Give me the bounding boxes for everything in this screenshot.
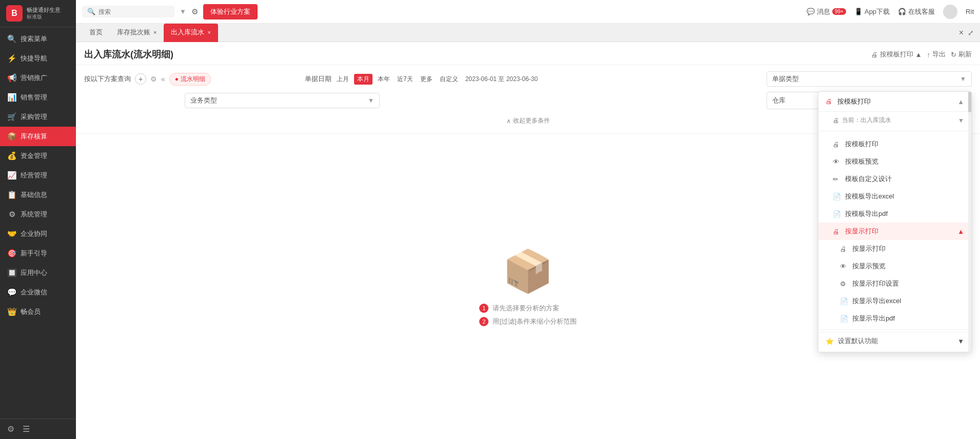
sidebar-item-quick-nav[interactable]: ⚡ 快捷导航 [0,49,76,68]
business-type-filter[interactable]: 业务类型 ▼ [185,93,380,108]
dropdown-item-display-print[interactable]: 🖨 按显示打印 [818,240,971,257]
user-avatar[interactable] [943,5,957,19]
dropdown-label-set-default: 设置默认功能 [838,336,878,346]
sidebar-item-finance[interactable]: 💰 资金管理 [0,146,76,166]
date-btn-本月[interactable]: 本月 [354,74,373,85]
dropdown-icon-template-design: ✏ [833,175,841,183]
date-btn-更多[interactable]: 更多 [418,74,435,85]
settings-icon[interactable]: ⚙ [7,424,14,434]
dropdown-icon-template-print: 🖨 [833,141,841,148]
sidebar-item-operations[interactable]: 📈 经营管理 [0,166,76,185]
sidebar-item-basic[interactable]: 📋 基础信息 [0,185,76,205]
sidebar-icon-finance: 💰 [7,151,16,161]
filter-section-left: 按以下方案查询 + ⚙ « ● 流水明细 [84,73,297,86]
filter-gear-icon[interactable]: ⚙ [150,75,157,83]
sidebar-item-cooperation[interactable]: 🤝 企业协同 [0,224,76,244]
sidebar-icon-purchase: 🛒 [7,112,16,122]
dropdown-item-display-print-settings[interactable]: ⚙ 按显示打印设置 [818,275,971,292]
sidebar-item-member[interactable]: 👑 畅会员 [0,302,76,322]
sidebar-label-apps: 应用中心 [21,268,47,277]
dropdown-divider-footer [818,329,971,330]
online-service-button[interactable]: 🎧 在线客服 [898,7,935,16]
date-btn-上月[interactable]: 上月 [335,74,351,85]
page-header: 出入库流水(流水明细) 🖨 按模板打印 ▲ ↑ 导出 ↻ 刷新 [76,42,980,65]
dropdown-icon-template-preview: 👁 [833,158,841,166]
dropdown-label-template-print: 按模板打印 [845,139,878,149]
tab-batch-account[interactable]: 库存批次账× [110,24,164,42]
tab-close-flow[interactable]: × [207,29,210,35]
sidebar-item-guide[interactable]: 🎯 新手引导 [0,244,76,263]
dropdown-item-template-print[interactable]: 🖨 按模板打印 [818,135,971,153]
tab-flow[interactable]: 出入库流水× [164,24,218,42]
print-template-button[interactable]: 🖨 按模板打印 ▲ [871,50,922,59]
date-btn-近7天[interactable]: 近7天 [395,74,415,85]
export-button[interactable]: ↑ 导出 [927,50,946,59]
step-2-text: 用[过滤]条件来缩小分析范围 [493,317,576,326]
dropdown-label-display-export-excel: 按显示导出excel [852,296,901,306]
online-service-label: 在线客服 [908,7,935,16]
business-arrow-icon: ▼ [368,97,374,104]
tab-bar-close-icon[interactable]: × [959,28,964,37]
collapse-label: 收起更多条件 [513,116,550,125]
filter-tag-label: 流水明细 [181,75,205,84]
sidebar-item-search[interactable]: 🔍 搜索菜单 [0,29,76,49]
topbar-search[interactable]: 🔍 [82,6,174,17]
filter-collapse-icon[interactable]: « [161,75,165,83]
filter-label: 按以下方案查询 [84,74,131,84]
dropdown-item-template-preview[interactable]: 👁 按模板预览 [818,153,971,170]
dropdown-item-template-design[interactable]: ✏ 模板自定义设计 [818,170,971,188]
filter-tag-flow[interactable]: ● 流水明细 [169,73,211,86]
tab-label-flow: 出入库流水 [171,28,204,37]
topbar-dropdown-icon[interactable]: ▼ [180,8,186,15]
dropdown-item-template-export-pdf[interactable]: 📄 按模板导出pdf [818,205,971,223]
tab-close-batch-account[interactable]: × [153,29,156,35]
sidebar-bottom: ⚙ ☰ [0,418,76,439]
sidebar-label-sales: 销售管理 [21,93,47,102]
tab-home[interactable]: 首页 [82,24,110,42]
sidebar-label-system: 系统管理 [21,210,47,219]
empty-steps: 1 请先选择要分析的方案 2 用[过滤]条件来缩小分析范围 [479,304,576,326]
page-title: 出入库流水(流水明细) [84,48,173,61]
app-logo-icon: B [6,5,23,22]
scroll-track[interactable] [968,92,971,352]
dropdown-item-display-export-excel[interactable]: 📄 按显示导出excel [818,292,971,310]
doc-type-filter[interactable]: 单据类型 ▼ [767,71,972,87]
sidebar-item-purchase[interactable]: 🛒 采购管理 [0,107,76,127]
sidebar-label-quick-nav: 快捷导航 [21,54,47,63]
topbar-gear-icon[interactable]: ⚙ [191,7,198,16]
app-download-button[interactable]: 📱 App下载 [854,7,890,16]
tab-bar-expand-icon[interactable]: ⤢ [968,29,974,37]
refresh-label: 刷新 [958,50,972,59]
sidebar-item-system[interactable]: ⚙ 系统管理 [0,205,76,224]
collapse-button[interactable]: ∧ 收起更多条件 [506,116,550,125]
scroll-thumb[interactable] [968,92,971,112]
date-btn-自定义[interactable]: 自定义 [438,74,460,85]
dropdown-item-template-export-excel[interactable]: 📄 按模板导出excel [818,188,971,205]
sidebar-icon-apps: 🔲 [7,268,16,277]
dropdown-close-icon[interactable]: ▲ [957,98,964,106]
dropdown-item-display-print-group[interactable]: 🖨 按显示打印 ▲ [818,223,971,240]
tab-label-batch-account: 库存批次账 [117,28,150,37]
sidebar-item-marketing[interactable]: 📢 营销推广 [0,68,76,88]
refresh-icon: ↻ [951,51,956,58]
sidebar-item-sales[interactable]: 📊 销售管理 [0,88,76,107]
menu-toggle-icon[interactable]: ☰ [23,424,30,434]
message-button[interactable]: 💬 消息 99+ [807,7,846,16]
industry-solution-button[interactable]: 体验行业方案 [203,4,258,19]
dropdown-icon-display-export-pdf: 📄 [840,315,848,323]
date-btn-本年[interactable]: 本年 [376,74,392,85]
dropdown-item-display-preview[interactable]: 👁 按显示预览 [818,257,971,275]
dropdown-item-display-export-pdf[interactable]: 📄 按显示导出pdf [818,310,971,327]
dropdown-label-display-print: 按显示打印 [852,244,886,253]
refresh-button[interactable]: ↻ 刷新 [951,50,972,59]
search-input[interactable] [99,8,160,15]
filter-add-button[interactable]: + [135,73,146,85]
dropdown-current-item[interactable]: 🖨 当前：出入库流水 ▼ [818,112,971,129]
sidebar-item-inventory[interactable]: 📦 库存核算 [0,127,76,146]
sidebar-item-wechat[interactable]: 💬 企业微信 [0,283,76,302]
dropdown-label-template-design: 模板自定义设计 [845,174,892,184]
dropdown-item-set-default[interactable]: ⭐ 设置默认功能 ▼ [818,332,971,350]
sidebar-item-apps[interactable]: 🔲 应用中心 [0,263,76,283]
sidebar-label-finance: 资金管理 [21,151,47,161]
dropdown-current-label: 当前：出入库流水 [842,116,891,125]
